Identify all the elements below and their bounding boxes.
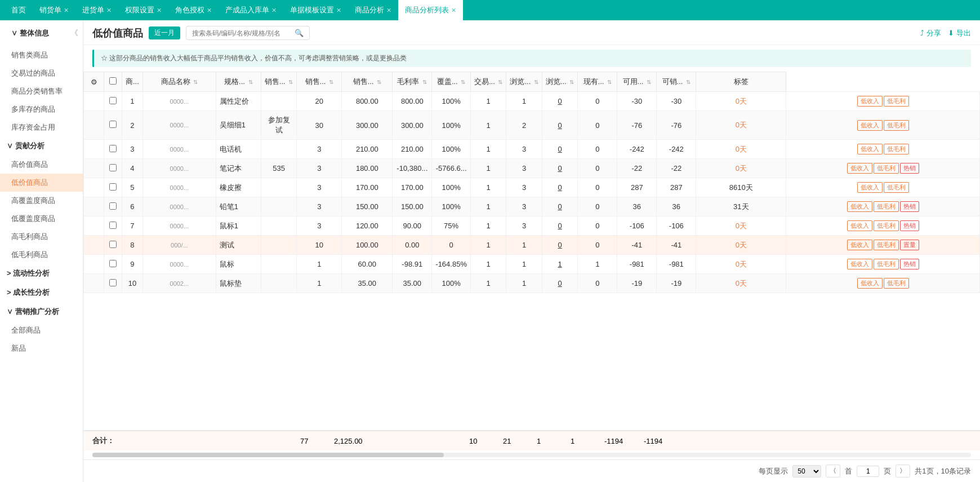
nav-home[interactable]: 首页 [5,0,33,20]
row-checkbox[interactable] [109,222,117,229]
sidebar-item-high-value[interactable]: 高价值商品 [0,156,83,174]
row-checkbox[interactable] [109,183,117,191]
sidebar-item-traded-goods[interactable]: 交易过的商品 [0,64,83,82]
select-all-checkbox[interactable] [109,77,117,85]
nav-product-instock[interactable]: 产成品入库单 ✕ [219,0,283,20]
nav-template-settings[interactable]: 单据模板设置 ✕ [283,0,348,20]
sidebar-collapse-btn[interactable]: 《 [70,28,78,38]
browse1-link[interactable]: 0 [558,164,562,173]
cell-code: 0000... [142,111,216,140]
nav-roles[interactable]: 角色授权 ✕ [168,0,219,20]
browse1-link[interactable]: 1 [558,260,562,268]
col-settings[interactable]: ⚙ [84,72,104,92]
row-checkbox[interactable] [109,97,117,104]
row-checkbox[interactable] [109,121,117,128]
horizontal-scrollbar[interactable] [92,453,971,457]
sidebar-item-low-margin[interactable]: 低毛利商品 [0,246,83,264]
cell-amount: 90.00 [393,216,432,236]
time-filter-button[interactable]: 近一月 [149,26,180,39]
cell-browse1[interactable]: 0 [542,216,577,236]
sidebar-group-marketing[interactable]: ∨ 营销推广分析 [0,302,83,321]
next-page-button[interactable]: 〉 [896,465,910,477]
cell-trade: 2 [506,111,542,140]
sidebar-item-stock-funds[interactable]: 库存资金占用 [0,118,83,136]
cell-browse1[interactable]: 0 [542,274,577,293]
cell-checkbox[interactable] [104,216,122,236]
sidebar-item-new-goods[interactable]: 新品 [0,339,83,357]
search-input[interactable] [192,29,291,37]
cell-checkbox[interactable] [104,274,122,293]
nav-sales-order[interactable]: 销货单 ✕ [33,0,75,20]
cell-browse1[interactable]: 0 [542,236,577,255]
cell-checkbox[interactable] [104,140,122,159]
prev-page-button[interactable]: 〈 [826,465,840,477]
sidebar-item-low-value[interactable]: 低价值商品 [0,174,83,192]
nav-roles-close[interactable]: ✕ [207,7,212,14]
browse1-link[interactable]: 0 [558,241,562,249]
cell-checkbox[interactable] [104,111,122,140]
sidebar-group-contribution[interactable]: ∨ 贡献分析 [0,136,83,156]
row-checkbox[interactable] [109,241,117,248]
cell-browse1[interactable]: 0 [542,197,577,216]
per-page-label: 每页显示 [759,466,788,476]
scrollbar-thumb[interactable] [92,453,444,457]
sidebar-group-liquidity[interactable]: > 流动性分析 [0,264,83,283]
row-checkbox[interactable] [109,279,117,286]
nav-purchase-order-close[interactable]: ✕ [106,7,112,14]
browse1-link[interactable]: 0 [558,145,562,153]
browse1-link[interactable]: 0 [558,202,562,211]
nav-permissions-close[interactable]: ✕ [157,7,162,14]
row-checkbox[interactable] [109,164,117,171]
cell-browse1[interactable]: 0 [542,159,577,178]
search-icon[interactable]: 🔍 [295,29,304,37]
per-page-select[interactable]: 50 100 200 [792,465,821,477]
nav-product-analysis-close[interactable]: ✕ [386,7,391,14]
sidebar-item-all-goods[interactable]: 全部商品 [0,321,83,339]
browse1-link[interactable]: 0 [558,121,562,130]
cell-browse2: 1 [578,255,617,274]
sidebar-group-growth[interactable]: > 成长性分析 [0,283,83,302]
sidebar-item-category-sales-rate[interactable]: 商品分类销售率 [0,82,83,100]
cell-browse1[interactable]: 0 [542,92,577,111]
cell-checkbox[interactable] [104,92,122,111]
sidebar-item-low-coverage[interactable]: 低覆盖度商品 [0,210,83,228]
sidebar-item-sales-goods[interactable]: 销售类商品 [0,46,83,64]
nav-permissions[interactable]: 权限设置 ✕ [118,0,168,20]
cell-checkbox[interactable] [104,159,122,178]
sidebar-item-multi-stock[interactable]: 多库存的商品 [0,100,83,118]
cell-browse1[interactable]: 0 [542,111,577,140]
browse1-link[interactable]: 0 [558,183,562,192]
nav-product-instock-close[interactable]: ✕ [271,7,277,14]
nav-sales-order-close[interactable]: ✕ [64,7,69,14]
sidebar-item-high-margin[interactable]: 高毛利商品 [0,228,83,246]
table-wrapper[interactable]: ⚙ 商... 商品名称 ⇅ 规格... ⇅ 销售... ⇅ 销售... ⇅ 销售… [83,72,980,430]
cell-browse1[interactable]: 0 [542,178,577,197]
cell-checkbox[interactable] [104,236,122,255]
cell-no: 7 [122,216,143,236]
cell-browse1[interactable]: 0 [542,140,577,159]
page-number-input[interactable] [857,466,879,477]
nav-product-analysis-list-close[interactable]: ✕ [451,7,456,14]
nav-product-analysis[interactable]: 商品分析 ✕ [348,0,398,20]
export-button[interactable]: ⬇ 导出 [948,28,971,38]
row-checkbox[interactable] [109,260,117,267]
cell-checkbox[interactable] [104,197,122,216]
row-checkbox[interactable] [109,202,117,210]
sidebar-item-high-coverage[interactable]: 高覆盖度商品 [0,192,83,210]
cell-spec [261,236,296,255]
col-checkbox[interactable] [104,72,122,92]
browse1-link[interactable]: 0 [558,97,562,105]
cell-settings [84,274,104,293]
cell-checkbox[interactable] [104,178,122,197]
row-checkbox[interactable] [109,145,117,152]
cell-gross: -164.85% [432,255,471,274]
sidebar-group-overall[interactable]: ∨ 整体信息 [5,24,56,43]
nav-product-analysis-list[interactable]: 商品分析列表 ✕ [398,0,463,20]
cell-browse1[interactable]: 1 [542,255,577,274]
browse1-link[interactable]: 0 [558,222,562,230]
nav-template-settings-close[interactable]: ✕ [336,7,341,14]
cell-checkbox[interactable] [104,255,122,274]
nav-purchase-order[interactable]: 进货单 ✕ [75,0,118,20]
share-button[interactable]: ⤴ 分享 [920,28,941,38]
browse1-link[interactable]: 0 [558,279,562,288]
